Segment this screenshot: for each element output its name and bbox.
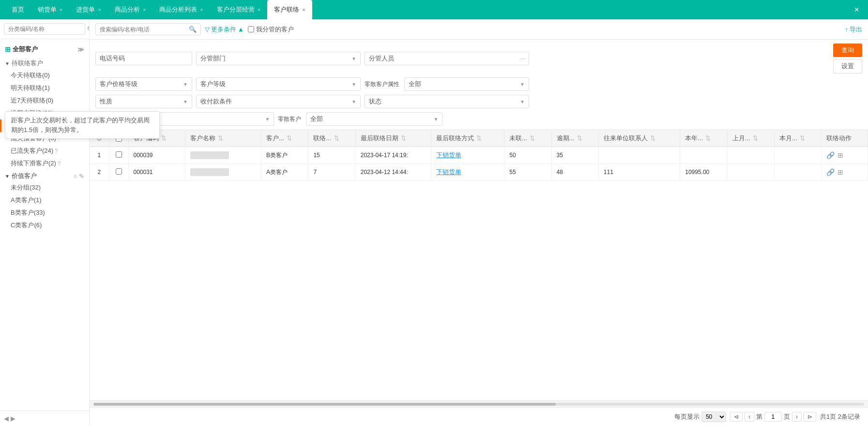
sort-icon[interactable]: ⇅ — [577, 134, 582, 142]
nav-customer-contact[interactable]: 客户联络 × — [267, 0, 312, 19]
total-records-label: 共1页 2条记录 — [820, 412, 860, 421]
page-label: 第 — [756, 412, 762, 421]
last-method-link[interactable]: 下销货单 — [436, 151, 461, 159]
all-customers-label: 全部客户 — [13, 45, 38, 54]
collapse-sidebar-button[interactable]: ◀ ▶ — [4, 415, 15, 422]
row-checkbox[interactable] — [116, 168, 122, 175]
link-action-icon[interactable]: 🔗 — [826, 168, 835, 176]
close-icon[interactable]: × — [200, 7, 203, 13]
sort-icon[interactable]: ⇅ — [530, 134, 535, 142]
th-last-month-label: 上月... — [732, 134, 750, 142]
sidebar-item-class-b[interactable]: B类客户(33) — [0, 206, 89, 219]
close-icon[interactable]: × — [258, 7, 260, 13]
row1-overdue: 35 — [551, 147, 598, 164]
nav-sales[interactable]: 销货单 × — [31, 0, 69, 19]
sidebar-group-pending[interactable]: ▼ 待联络客户 — [0, 57, 89, 69]
horizontal-scrollbar[interactable] — [90, 400, 868, 407]
sort-icon[interactable]: ⇅ — [705, 134, 711, 142]
sidebar-search-input[interactable] — [4, 23, 85, 35]
sidebar-item-declining[interactable]: 持续下滑客户(2) ? — [0, 157, 89, 170]
row1-contact: 15 — [308, 147, 355, 164]
sidebar-item-ungrouped[interactable]: 未分组(32) — [0, 181, 89, 194]
price-grade-field[interactable]: 客户价格等级 ▼ — [95, 77, 192, 91]
my-customers-check[interactable] — [248, 26, 254, 32]
nav-home[interactable]: 首页 — [5, 0, 31, 19]
sort-icon[interactable]: ⇅ — [753, 134, 758, 142]
all-customers-title[interactable]: ⊞ 全部客户 ≫ — [0, 42, 89, 57]
customer-grade-field[interactable]: 客户等级 ▼ — [196, 77, 361, 91]
search-icon[interactable]: 🔍 — [189, 26, 197, 33]
per-page-select[interactable]: 10 20 50 100 — [701, 411, 726, 422]
content-area: 🔍 ▽ 更多条件 ▲ 我分管的客户 ↑ 导出 电话号码 — [90, 19, 868, 426]
sidebar-item-tomorrow[interactable]: 明天待联络(1) — [0, 82, 89, 94]
sidebar-item-today[interactable]: 今天待联络(0) — [0, 69, 89, 82]
person-field[interactable]: 分管人员 ··· — [365, 52, 529, 65]
row2-checkbox[interactable] — [109, 164, 128, 181]
row2-last-date: 2023-04-12 14:44: — [355, 164, 431, 181]
prev-page-button[interactable]: ‹ — [745, 412, 754, 422]
sort-icon[interactable]: ⇅ — [476, 134, 482, 142]
export-label: 导出 — [850, 25, 862, 34]
dept-field[interactable]: 分管部门 ▼ — [196, 52, 361, 65]
nav-customer-layer[interactable]: 客户分层经营 × — [210, 0, 267, 19]
row2-num: 2 — [90, 164, 109, 181]
th-last-method: 最后联络方式 ⇅ — [431, 130, 504, 147]
payment-field[interactable]: 收付款条件 ▼ — [196, 95, 361, 108]
close-icon[interactable]: × — [143, 7, 146, 13]
next-page-button[interactable]: › — [792, 412, 802, 422]
export-button[interactable]: ↑ 导出 — [845, 25, 863, 34]
sidebar-item-7days[interactable]: 近7天待联络(0) — [0, 94, 89, 107]
close-icon[interactable]: × — [60, 7, 62, 13]
help-icon[interactable]: ? — [58, 161, 61, 166]
sort-icon[interactable]: ⇅ — [334, 134, 339, 142]
collapse-icon[interactable]: ≫ — [77, 46, 84, 53]
close-icon[interactable]: × — [302, 7, 305, 13]
window-close-button[interactable]: × — [850, 5, 863, 15]
chevron-down-icon: ▼ — [351, 82, 356, 87]
my-customers-checkbox[interactable]: 我分管的客户 — [248, 25, 294, 34]
nav-product-list[interactable]: 商品分析列表 × — [152, 0, 210, 19]
scatter-attr-select[interactable]: 全部 ▼ — [404, 77, 529, 91]
value-customers-label: 价值客户 — [12, 172, 37, 180]
sidebar-value-customers-group[interactable]: ▼ 价值客户 ○ ✎ — [0, 170, 89, 181]
sort-icon[interactable]: ⇅ — [287, 134, 292, 142]
sort-icon[interactable]: ⇅ — [650, 134, 655, 142]
search-input[interactable] — [100, 26, 187, 33]
scroll-thumb[interactable] — [93, 403, 556, 406]
row2-last-method[interactable]: 下销货单 — [431, 164, 504, 181]
nav-product-analysis[interactable]: 商品分析 × — [108, 0, 152, 19]
sort-icon[interactable]: ⇅ — [401, 134, 406, 142]
first-page-button[interactable]: ⊲ — [730, 412, 743, 422]
status-field[interactable]: 状态 ▼ — [365, 95, 529, 108]
more-conditions-button[interactable]: ▽ 更多条件 ▲ — [205, 25, 244, 34]
grid-action-icon[interactable]: ⊞ — [838, 168, 843, 176]
help-icon[interactable]: ? — [55, 148, 58, 154]
chevron-down-icon: ▼ — [433, 117, 438, 122]
sidebar-item-class-c[interactable]: C类客户(6) — [0, 219, 89, 232]
row-checkbox[interactable] — [116, 151, 122, 158]
page-number-input[interactable] — [764, 412, 782, 422]
sort-icon[interactable]: ⇅ — [800, 134, 805, 142]
search-box[interactable]: 🔍 — [95, 23, 201, 35]
close-icon[interactable]: × — [98, 7, 101, 13]
scatter-customer-select[interactable]: 全部 ▼ — [306, 112, 442, 126]
link-action-icon[interactable]: 🔗 — [826, 151, 835, 159]
nature-field[interactable]: 性质 ▼ — [95, 95, 192, 108]
sidebar-item-churned[interactable]: 已流失客户(24) ? — [0, 145, 89, 157]
query-button[interactable]: 查询 — [833, 44, 862, 57]
sort-icon[interactable]: ⇅ — [218, 134, 223, 142]
row1-checkbox[interactable] — [109, 147, 128, 164]
scroll-track[interactable] — [93, 403, 864, 406]
grid-action-icon[interactable]: ⊞ — [838, 151, 843, 159]
sidebar-item-class-a[interactable]: A类客户(1) — [0, 194, 89, 206]
last-page-button[interactable]: ⊳ — [804, 412, 816, 422]
nav-purchase[interactable]: 进货单 × — [69, 0, 107, 19]
sort-icon[interactable]: ⇅ — [161, 134, 167, 142]
last-method-link[interactable]: 下销货单 — [436, 168, 461, 176]
row1-last-method[interactable]: 下销货单 — [431, 147, 504, 164]
edit-icons[interactable]: ○ ✎ — [74, 173, 84, 180]
chevron-down-icon: ▼ — [5, 174, 10, 179]
settings-button[interactable]: 设置 — [833, 59, 862, 73]
chevron-down-icon: ▼ — [520, 99, 525, 104]
phone-field[interactable]: 电话号码 — [95, 52, 192, 65]
